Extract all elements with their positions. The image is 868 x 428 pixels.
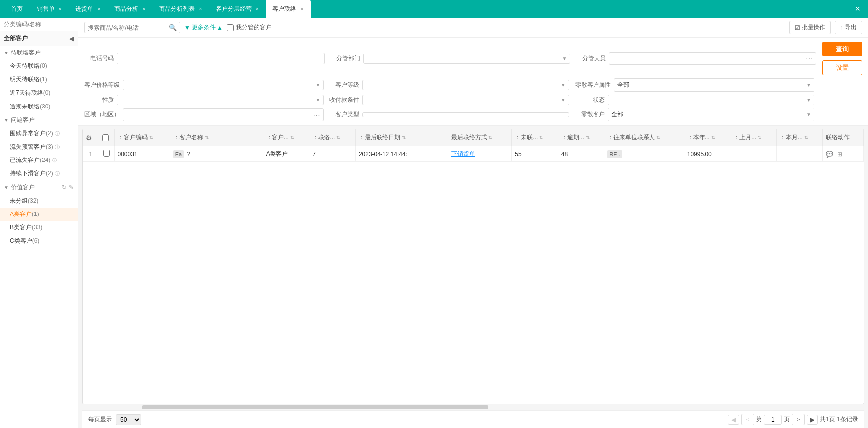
sidebar-item-b-class[interactable]: B类客户(33) [0, 221, 78, 234]
data-table-container: ⚙ ：客户编码 ⇅ [82, 129, 864, 404]
sidebar-item-a-class[interactable]: A类客户(1) [0, 208, 78, 221]
dept-select[interactable]: ▼ [363, 54, 571, 64]
sidebar-item-c-class[interactable]: C类客户(6) [0, 234, 78, 248]
filter-icon: ▼ [184, 24, 190, 31]
my-customers-checkbox[interactable] [227, 24, 234, 31]
row-this-year: 10995.00 [684, 146, 730, 162]
sort-name-icon[interactable]: ⇅ [205, 135, 209, 140]
sidebar-item-7days[interactable]: 近7天待联络(0) [0, 86, 78, 100]
grid-icon[interactable]: ⊞ [837, 151, 842, 158]
retail-select[interactable]: 全部 ▼ [608, 108, 814, 121]
sort-date-icon[interactable]: ⇅ [402, 135, 406, 140]
prev-page-button[interactable]: ＜ [741, 414, 754, 425]
nav-customer-contact[interactable]: 客户联络 × [266, 0, 310, 18]
dept-label: 分管部门 [330, 54, 360, 63]
manager-dots-icon: ··· [806, 54, 813, 62]
customer-type-select[interactable] [362, 112, 569, 117]
refresh-icon[interactable]: ↻ [62, 184, 67, 191]
region-select[interactable]: ··· [123, 108, 324, 121]
sidebar-item-hoarding[interactable]: 囤购异常客户(2)ⓘ [0, 127, 78, 140]
manager-input[interactable]: ··· [609, 52, 816, 65]
sidebar-search-input[interactable] [4, 21, 78, 28]
sidebar-item-unclassified[interactable]: 未分组(32) [0, 194, 78, 208]
nav-sales[interactable]: 销售单 × [30, 0, 68, 18]
query-button[interactable]: 查询 [822, 42, 862, 56]
sidebar-item-tomorrow[interactable]: 明天待联络(1) [0, 73, 78, 86]
status-select[interactable]: ▼ [608, 95, 814, 105]
payment-select[interactable]: ▼ [362, 95, 569, 105]
settings-button[interactable]: 设置 [822, 60, 862, 75]
sort-contact-icon[interactable]: ⇅ [336, 135, 340, 140]
nav-analysis[interactable]: 商品分析 × [108, 0, 152, 18]
col-contact-count: ：联络... ⇅ [309, 129, 356, 146]
sidebar-item-declining[interactable]: 持续下滑客户(2)ⓘ [0, 167, 78, 180]
sidebar-item-churned[interactable]: 已流失客户(24)ⓘ [0, 154, 78, 167]
message-icon[interactable]: 💬 [826, 151, 833, 158]
filter-price-level: 客户价格等级 ▼ [84, 80, 329, 90]
sidebar-item-overdue[interactable]: 逾期未联络(30) [0, 100, 78, 113]
table-gear-icon[interactable]: ⚙ [86, 134, 92, 142]
close-segment-icon[interactable]: × [256, 6, 259, 12]
close-analysis-icon[interactable]: × [142, 6, 145, 12]
my-customers-filter[interactable]: 我分管的客户 [227, 23, 271, 32]
sidebar-item-churn-warning[interactable]: 流失预警客户(3)ⓘ [0, 140, 78, 154]
select-all-checkbox[interactable] [102, 134, 109, 141]
group-problem-label: 问题客户 [11, 116, 35, 124]
more-conditions-btn[interactable]: ▼ 更多条件 ▲ [184, 23, 223, 32]
batch-op-button[interactable]: ☑ 批量操作 [789, 21, 831, 34]
horizontal-scrollbar[interactable] [82, 404, 864, 410]
info-icon-hoarding: ⓘ [55, 131, 60, 136]
search-input[interactable] [88, 24, 167, 31]
close-analysis-list-icon[interactable]: × [199, 6, 202, 12]
more-chevron-icon: ▲ [217, 24, 223, 31]
sort-way-icon[interactable]: ⇅ [488, 135, 492, 140]
sort-overdue-icon[interactable]: ⇅ [586, 135, 590, 140]
next-page-button[interactable]: ＞ [792, 414, 805, 425]
nav-purchase[interactable]: 进货单 × [68, 0, 107, 18]
close-purchase-icon[interactable]: × [97, 6, 100, 12]
group-value[interactable]: ▼ 价值客户 ↻ ✎ [0, 181, 78, 194]
col-contact-person-label: ：往来单位联系人 [607, 133, 655, 142]
sidebar-collapse-icon[interactable]: ◀ [69, 35, 74, 42]
sort-type-icon[interactable]: ⇅ [290, 135, 294, 140]
sidebar-item-today[interactable]: 今天待联络(0) [0, 59, 78, 73]
sort-not-icon[interactable]: ⇅ [539, 135, 543, 140]
scrollbar-thumb[interactable] [142, 405, 488, 409]
page-size-select[interactable]: 20 50 100 200 [116, 414, 141, 425]
phone-input[interactable] [117, 53, 325, 64]
group-problem[interactable]: ▼ 问题客户 [0, 113, 78, 127]
first-page-button[interactable]: ◀ [728, 415, 739, 425]
col-actions-label: 联络动作 [826, 133, 850, 142]
nav-analysis-list[interactable]: 商品分析列表 × [152, 0, 209, 18]
search-icon[interactable]: 🔍 [169, 24, 177, 31]
region-label: 区域（地区） [84, 110, 120, 119]
retail-attr-select[interactable]: 全部 ▼ [614, 78, 814, 92]
row-select-checkbox[interactable] [103, 150, 110, 157]
last-way-link[interactable]: 下销货单 [451, 150, 475, 157]
export-button[interactable]: ↑ 导出 [835, 21, 862, 34]
close-contact-icon[interactable]: × [300, 6, 303, 12]
col-overdue-label: ：逾期... [561, 133, 584, 142]
filter-nature: 性质 ▼ [84, 95, 329, 105]
nav-customer-segment[interactable]: 客户分层经营 × [209, 0, 266, 18]
nav-home[interactable]: 首页 [4, 0, 30, 18]
close-all-button[interactable]: × [851, 4, 864, 14]
sort-thismonth-icon[interactable]: ⇅ [804, 135, 808, 140]
sort-lastmonth-icon[interactable]: ⇅ [758, 135, 761, 140]
sort-year-icon[interactable]: ⇅ [711, 135, 715, 140]
export-icon: ↑ [840, 24, 843, 31]
nature-select[interactable]: ▼ [117, 95, 324, 105]
edit-icon[interactable]: ✎ [69, 184, 74, 191]
close-sales-icon[interactable]: × [58, 6, 61, 12]
info-icon-churned: ⓘ [52, 158, 57, 163]
group-pending-contact[interactable]: ▼ 待联络客户 [0, 46, 78, 59]
customer-level-select[interactable]: ▼ [362, 80, 569, 90]
row-checkbox-cell [99, 146, 114, 162]
sort-code-icon[interactable]: ⇅ [149, 135, 153, 140]
sort-person-icon[interactable]: ⇅ [656, 135, 660, 140]
page-number-input[interactable] [764, 415, 782, 425]
price-level-select[interactable]: ▼ [123, 80, 324, 90]
last-page-button[interactable]: ▶ [807, 415, 818, 425]
filter-customer-type: 客户类型 [329, 110, 575, 119]
all-customers-header[interactable]: 全部客户 ◀ [0, 31, 78, 46]
